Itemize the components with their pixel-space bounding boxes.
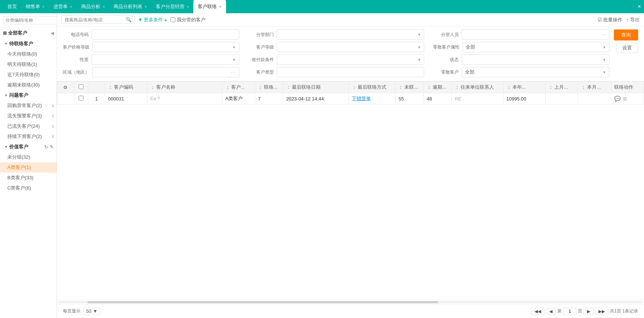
filter-label-payment: 收付款条件	[248, 57, 274, 63]
select-all-checkbox[interactable]	[79, 84, 83, 89]
sidebar-item-declining[interactable]: 持续下滑客户(2) ℹ	[0, 131, 57, 142]
row-last-contact-method-cell[interactable]: 下销货单	[348, 93, 395, 105]
nav-tab-goods-analysis-list[interactable]: 商品分析列表 ×	[109, 0, 151, 13]
row-checkbox[interactable]	[79, 96, 83, 100]
nav-tab-goods-analysis[interactable]: 商品分析 ×	[77, 0, 109, 13]
filter-status-select[interactable]: ▼	[462, 54, 609, 65]
action-icons: 💬 ⊞	[614, 96, 641, 102]
pending-triangle-icon: ▼	[4, 42, 8, 46]
close-goods-analysis-tab[interactable]: ×	[103, 4, 105, 9]
sidebar-item-unclassified[interactable]: 未分组(32)	[0, 152, 57, 162]
sidebar-item-churned[interactable]: 已流失客户(24) ℹ	[0, 121, 57, 131]
col-header-last-month[interactable]: ：上月...	[545, 82, 578, 93]
nav-tab-customer-contact[interactable]: 客户联络 ×	[193, 0, 226, 13]
col-header-this-month[interactable]: ：本月...	[578, 82, 611, 93]
close-sales-tab[interactable]: ×	[42, 4, 44, 9]
sidebar-search-area: 🔍	[0, 13, 57, 28]
close-all-icon[interactable]: ×	[638, 3, 641, 10]
row-last-contact-date-cell: 2023-04-12 14:44:	[283, 93, 348, 105]
filter-customer-level-select[interactable]: ▼	[277, 42, 425, 52]
filter-retail-attr-select[interactable]: 全部▼	[462, 42, 609, 52]
close-customer-contact-tab[interactable]: ×	[219, 4, 221, 9]
nav-home[interactable]: 首页	[3, 0, 21, 13]
col-header-overdue[interactable]: ：逾期...	[423, 82, 451, 93]
action-qr-icon[interactable]: ⊞	[623, 96, 627, 102]
filter-label-dept: 分管部门	[248, 32, 274, 38]
close-customer-segment-tab[interactable]: ×	[187, 4, 189, 9]
sidebar: 🔍 ⊞ 全部客户 ◀ ▼ 待联络客户 今天待联络(0) 明天待联络(1) 近7天…	[0, 13, 57, 318]
edit-icon[interactable]: ✎	[50, 144, 54, 150]
settings-button[interactable]: 设置	[616, 43, 638, 53]
filter-cell-status: 状态 ▼	[433, 54, 609, 65]
col-header-code[interactable]: ：客户编码	[105, 82, 147, 93]
action-chat-icon[interactable]: 💬	[614, 96, 620, 102]
filter-cell-customer-type: 客户类型	[248, 67, 425, 77]
row-this-year-cell: 10995.00	[503, 93, 545, 105]
filter-customer-type-input[interactable]	[277, 67, 425, 77]
my-customers-checkbox[interactable]	[171, 17, 175, 22]
problem-category-header[interactable]: ▼ 问题客户	[0, 90, 57, 100]
col-header-category[interactable]: ：客户...	[222, 82, 255, 93]
nav-tab-purchase[interactable]: 进货单 ×	[49, 0, 76, 13]
filter-region-select[interactable]: ···	[92, 67, 239, 77]
close-purchase-tab[interactable]: ×	[70, 4, 72, 9]
col-header-no-contact[interactable]: ：未联...	[396, 82, 423, 93]
sidebar-search-input[interactable]	[3, 16, 57, 24]
settings-gear-icon[interactable]: ⚙	[63, 85, 68, 90]
sidebar-item-repurchase-abnormal[interactable]: 回购异常客户(2) ℹ	[0, 100, 57, 111]
all-customers-header[interactable]: ⊞ 全部客户 ◀	[0, 28, 57, 39]
horizontal-scrollbar[interactable]	[57, 300, 644, 304]
sidebar-item-churn-warning[interactable]: 流失预警客户(3) ℹ	[0, 111, 57, 121]
search-input[interactable]	[65, 17, 124, 22]
sidebar-item-7days-pending[interactable]: 近7天待联络(0)	[0, 70, 57, 80]
filter-retail-select[interactable]: 全部▼	[462, 67, 609, 77]
nav-tab-sales[interactable]: 销售单 ×	[21, 0, 49, 13]
sidebar-item-c-class[interactable]: C类客户(6)	[0, 183, 57, 193]
filter-dept-select[interactable]: ▼	[277, 29, 425, 40]
col-header-contact-count[interactable]: ：联络...	[255, 82, 283, 93]
export-btn[interactable]: ↑ 导出	[627, 17, 640, 23]
filter-cell-price-level: 客户价格等级 ▼	[63, 42, 239, 52]
batch-op-btn[interactable]: ☑ 批量操作	[598, 17, 622, 23]
more-conditions-btn[interactable]: ▼ 更多条件 ▲	[138, 17, 168, 23]
filter-price-level-select[interactable]: ▼	[92, 42, 239, 52]
grid-icon: ⊞	[3, 31, 7, 36]
sidebar-item-a-class[interactable]: A类客户(1)	[0, 162, 57, 173]
col-header-name[interactable]: ：客户名称	[147, 82, 222, 93]
row-last-month-cell	[545, 93, 578, 105]
table-area: ⚙ ：客户编码 ：客户名称 ：客户...	[57, 81, 644, 300]
collapse-icon[interactable]: ◀	[51, 31, 54, 36]
page-number-input[interactable]	[563, 308, 576, 315]
close-goods-analysis-list-tab[interactable]: ×	[144, 4, 147, 9]
sidebar-item-overdue-pending[interactable]: 逾期未联络(30)	[0, 80, 57, 90]
filter-payment-select[interactable]: ▼	[277, 54, 425, 65]
info-icon-2: ℹ	[52, 124, 54, 129]
sidebar-item-b-class[interactable]: B类客户(33)	[0, 173, 57, 183]
filter-phone-input[interactable]	[92, 29, 239, 40]
col-header-settings[interactable]: ⚙	[57, 82, 74, 93]
pending-category-header[interactable]: ▼ 待联络客户	[0, 39, 57, 49]
nav-tab-customer-segment[interactable]: 客户分层经营 ×	[151, 0, 193, 13]
next-page-btn[interactable]: ▶	[584, 308, 594, 315]
query-button[interactable]: 查询	[614, 29, 638, 40]
search-bar-icon[interactable]: 🔍	[126, 17, 132, 22]
first-page-btn[interactable]: ◀◀	[531, 308, 544, 315]
filter-label-nature: 性质	[63, 57, 89, 63]
hscroll-track	[58, 301, 643, 303]
col-header-last-contact-date[interactable]: ：最后联络日期	[283, 82, 348, 93]
refresh-icon[interactable]: ↻	[44, 144, 48, 150]
col-header-last-contact-method[interactable]: ：最后联络方式	[348, 82, 395, 93]
data-table: ⚙ ：客户编码 ：客户名称 ：客户...	[57, 81, 644, 105]
sidebar-item-today-pending[interactable]: 今天待联络(0)	[0, 49, 57, 59]
last-page-btn[interactable]: ▶▶	[595, 308, 608, 315]
value-category-header[interactable]: ▼ 价值客户 ↻ ✎	[0, 142, 57, 152]
col-header-this-year[interactable]: ：本年...	[503, 82, 545, 93]
per-page-select[interactable]: 50 ▼	[83, 307, 100, 315]
filter-cell-retail: 零散客户 全部▼	[433, 67, 609, 77]
filter-manager-select[interactable]: ···	[462, 29, 609, 40]
filter-nature-select[interactable]: ▼	[92, 54, 239, 65]
sidebar-item-tomorrow-pending[interactable]: 明天待联络(1)	[0, 59, 57, 70]
prev-page-btn[interactable]: ◀	[546, 308, 556, 315]
col-header-history-contact[interactable]: ：往来单位联系人	[452, 82, 503, 93]
hscroll-thumb	[87, 301, 438, 303]
